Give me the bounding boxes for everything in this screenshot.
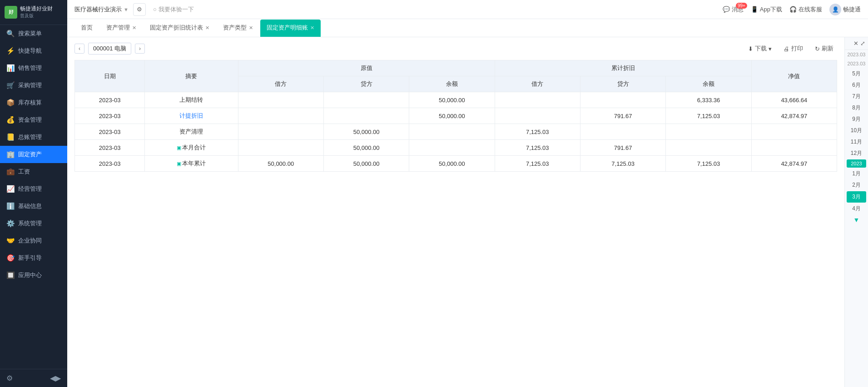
timeline-arrow-down-icon[interactable]: ▼ [845,214,868,225]
sidebar-item-operations[interactable]: 📈 经营管理 [0,180,67,198]
settings-icon[interactable]: ⚙ [6,374,13,382]
sidebar-item-fixed-assets[interactable]: 🏢 固定资产 [0,146,67,163]
logo-icon: 好 [5,6,17,19]
cell-orig-credit: 50,000.00 [323,140,409,156]
refresh-button[interactable]: ↻ 刷新 [811,43,837,55]
cell-orig-debit: 50,000.00 [238,156,323,172]
purchase-icon: 🛒 [6,81,15,89]
sidebar-item-finance[interactable]: 💰 资金管理 [0,111,67,129]
sidebar-label-basic-info: 基础信息 [18,202,42,210]
company-selector[interactable]: 医疗器械行业演示 ▼ [74,5,129,14]
system-icon: ⚙️ [6,219,15,228]
tab-assets[interactable]: 资产管理 ✕ [100,20,143,37]
sidebar-label-quick-nav: 快捷导航 [18,47,42,55]
timeline-year-2023[interactable]: 2023 [847,159,866,168]
sidebar-item-company-coop[interactable]: 🤝 企业协同 [0,232,67,249]
timeline-months-2023: 1月2月3月4月 [845,168,868,214]
summary-text: 本年累计 [182,160,206,167]
sidebar-item-search[interactable]: 🔍 搜索菜单 [0,25,67,42]
cell-orig-balance: 50,000.00 [409,156,495,172]
sidebar-item-salary[interactable]: 💼 工资 [0,163,67,180]
experience-button[interactable]: ○ 我要体验一下 [153,5,194,14]
timeline-month-11月[interactable]: 11月 [845,136,868,148]
timeline-close-icon[interactable]: ✕ [853,40,858,47]
timeline-month-2023-3月[interactable]: 3月 [847,191,866,203]
app-download-button[interactable]: 📱 App下载 [751,5,782,14]
timeline-month-10月[interactable]: 10月 [845,125,868,136]
tab-asset-detail[interactable]: 固定资产明细账 ✕ [260,20,321,37]
customer-service-button[interactable]: 🎧 在线客服 [789,5,822,14]
download-button[interactable]: ⬇ 下载 ▾ [744,43,775,55]
cell-orig-credit: 50,000.00 [323,124,409,140]
tab-depreciation[interactable]: 固定资产折旧统计表 ✕ [144,20,216,37]
timeline-month-6月[interactable]: 6月 [845,79,868,91]
cell-date: 2023-03 [75,124,145,140]
collapse-icon[interactable]: ◀▶ [50,374,61,382]
sidebar-item-guide[interactable]: 🎯 新手引导 [0,249,67,267]
col-orig-balance: 余额 [409,76,495,92]
asset-nav: ‹ 000001 电脑 › ⬇ 下载 ▾ 🖨 打印 ↻ 刷新 [74,43,837,55]
timeline-month-2023-1月[interactable]: 1月 [845,168,868,179]
settings-button[interactable]: ⚙ [133,3,146,16]
close-tab-asset-type[interactable]: ✕ [249,25,253,31]
user-menu[interactable]: 👤 畅捷通 [829,4,861,15]
cell-orig-balance [409,124,495,140]
sidebar-item-quick-nav[interactable]: ⚡ 快捷导航 [0,42,67,60]
ledger-icon: 📒 [6,133,15,141]
cell-acc-credit [580,92,665,108]
sidebar-label-guide: 新手引导 [18,254,42,262]
company-name: 医疗器械行业演示 [74,5,122,14]
summary-link[interactable]: 计提折旧 [179,112,203,119]
timeline-header: ✕ ⤢ [845,37,868,50]
tab-asset-type[interactable]: 资产类型 ✕ [217,20,259,37]
sidebar-label-salary: 工资 [18,168,30,176]
badge-icon: ▣ [177,145,181,150]
close-tab-depreciation[interactable]: ✕ [205,25,209,31]
timeline-month-8月[interactable]: 8月 [845,102,868,114]
timeline-month-9月[interactable]: 9月 [845,114,868,125]
asset-code: 000001 电脑 [88,43,131,55]
cell-summary: 计提折旧 [145,108,238,124]
cell-summary: 资产清理 [145,124,238,140]
timeline-expand-icon[interactable]: ⤢ [860,40,865,47]
timeline-month-2023-4月[interactable]: 4月 [845,203,868,214]
prev-asset-button[interactable]: ‹ [74,44,84,54]
quick-nav-icon: ⚡ [6,47,15,55]
download-icon: ⬇ [748,45,753,52]
col-acc-credit: 贷方 [580,76,665,92]
cell-acc-credit: 791.67 [580,108,665,124]
sidebar-item-purchase[interactable]: 🛒 采购管理 [0,77,67,94]
sidebar-item-app-center[interactable]: 🔲 应用中心 [0,267,67,284]
cell-orig-balance: 50,000.00 [409,92,495,108]
ledger-table: 日期 摘要 原值 累计折旧 净值 借方 贷方 余额 借方 贷方 余额 [74,60,837,172]
timeline-month-5月[interactable]: 5月 [845,68,868,79]
sidebar-item-ledger[interactable]: 📒 总账管理 [0,129,67,146]
sidebar-bottom: ⚙ ◀▶ [0,369,67,387]
close-tab-assets[interactable]: ✕ [132,25,136,31]
timeline-month-7月[interactable]: 7月 [845,91,868,102]
cell-orig-debit [238,108,323,124]
cell-acc-credit [580,124,665,140]
sidebar-item-system[interactable]: ⚙️ 系统管理 [0,215,67,232]
print-icon: 🖨 [784,45,789,52]
timeline-month-2023-2月[interactable]: 2月 [845,179,868,191]
cell-orig-debit [238,124,323,140]
messages-button[interactable]: 💬 消息 99+ [723,5,744,14]
download-icon: 📱 [751,6,758,13]
sidebar-label-operations: 经营管理 [18,185,42,193]
content-area: ‹ 000001 电脑 › ⬇ 下载 ▾ 🖨 打印 ↻ 刷新 [67,37,868,387]
tab-home[interactable]: 首页 [74,20,99,37]
inventory-icon: 📦 [6,99,15,107]
sidebar-item-basic-info[interactable]: ℹ️ 基础信息 [0,198,67,215]
sidebar-item-sales[interactable]: 📊 销售管理 [0,60,67,77]
main-area: 医疗器械行业演示 ▼ ⚙ ○ 我要体验一下 💬 消息 99+ 📱 App下载 🎧… [67,0,868,387]
col-header-net-value: 净值 [751,60,837,92]
sidebar-item-inventory[interactable]: 📦 库存核算 [0,94,67,111]
print-button[interactable]: 🖨 打印 [780,43,807,55]
timeline-panel: ✕ ⤢ 2023.03 2023.03 5月6月7月8月9月10月11月12月 … [844,37,868,387]
close-tab-asset-detail[interactable]: ✕ [310,25,314,31]
next-asset-button[interactable]: › [135,44,145,54]
sidebar-label-inventory: 库存核算 [18,99,42,107]
timeline-month-12月[interactable]: 12月 [845,148,868,159]
cell-orig-credit: 50,000.00 [323,156,409,172]
